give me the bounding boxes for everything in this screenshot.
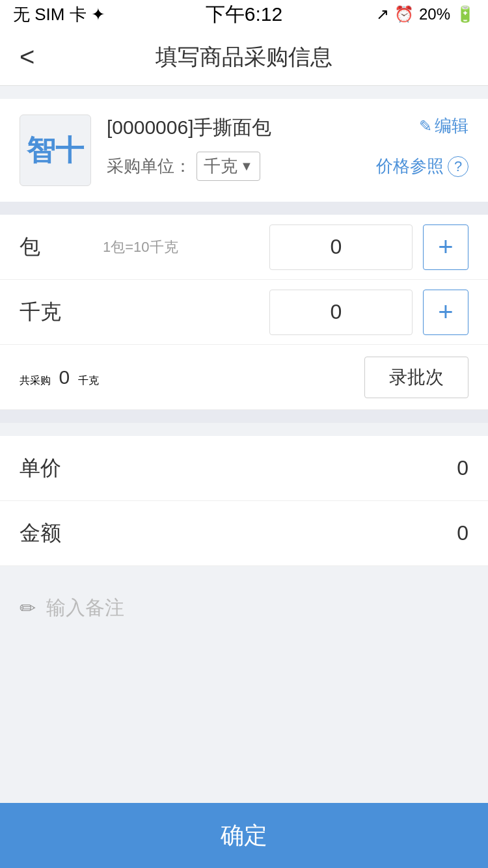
bao-label: 包 — [20, 233, 98, 262]
amount-value: 0 — [457, 521, 468, 545]
confirm-button[interactable]: 确定 — [0, 803, 488, 868]
separator-2 — [0, 410, 488, 423]
bao-plus-button[interactable]: + — [423, 224, 468, 270]
edit-icon: ✎ — [419, 117, 432, 135]
unit-label: 采购单位： 千克 ▼ — [107, 152, 260, 181]
nav-bar: < 填写商品采购信息 — [0, 29, 488, 86]
location-icon: ↗ — [376, 5, 389, 23]
total-amount: 0 — [59, 366, 70, 388]
product-image: 智十 — [20, 115, 91, 186]
battery-icon: 🔋 — [455, 5, 475, 23]
input-section: 包 1包=10千克 + 千克 + 共采购 0 — [0, 215, 488, 410]
amount-row: 金额 0 — [0, 501, 488, 566]
plus-icon-kg: + — [438, 297, 453, 327]
status-time: 下午6:12 — [206, 1, 282, 28]
back-button[interactable]: < — [20, 42, 34, 72]
unit-select-wrapper[interactable]: 千克 ▼ — [197, 152, 260, 181]
kg-row: 千克 + — [0, 280, 488, 345]
product-info-top: [0000006]手撕面包 ✎ 编辑 — [107, 115, 468, 141]
bao-input-right: + — [178, 224, 468, 270]
product-name: [0000006]手撕面包 — [107, 115, 271, 141]
battery-level: 20% — [419, 5, 450, 23]
total-unit: 千克 — [78, 375, 99, 386]
product-unit-row: 采购单位： 千克 ▼ 价格参照 ? — [107, 152, 468, 181]
product-info: [0000006]手撕面包 ✎ 编辑 采购单位： 千克 ▼ 价格参照 ? — [107, 115, 468, 181]
price-ref-link[interactable]: 价格参照 ? — [376, 155, 468, 178]
total-text: 共采购 0 千克 — [20, 366, 99, 388]
alarm-icon: ⏰ — [394, 5, 414, 23]
kg-input[interactable] — [269, 290, 413, 335]
unit-price-label: 单价 — [20, 454, 61, 483]
edit-label: 编辑 — [435, 115, 468, 137]
edit-link[interactable]: ✎ 编辑 — [419, 115, 468, 137]
unit-value: 千克 — [204, 155, 237, 178]
product-card: 智十 [0000006]手撕面包 ✎ 编辑 采购单位： 千克 ▼ — [0, 99, 488, 202]
confirm-button-label: 确定 — [221, 820, 267, 852]
unit-label-text: 采购单位： — [107, 155, 191, 178]
unit-price-row: 单价 0 — [0, 436, 488, 501]
price-ref-text: 价格参照 — [376, 155, 444, 178]
status-network: 无 SIM 卡 ✦ — [13, 3, 105, 26]
notes-section[interactable]: ✏ 输入备注 — [0, 579, 488, 637]
unit-price-value: 0 — [457, 456, 468, 480]
bao-row: 包 1包=10千克 + — [0, 215, 488, 280]
batch-button[interactable]: 录批次 — [364, 357, 468, 398]
kg-input-right: + — [98, 290, 468, 335]
pencil-icon: ✏ — [20, 597, 36, 619]
separator-1 — [0, 202, 488, 215]
amount-label: 金额 — [20, 519, 61, 548]
plus-icon: + — [438, 232, 453, 262]
status-bar: 无 SIM 卡 ✦ 下午6:12 ↗ ⏰ 20% 🔋 — [0, 0, 488, 29]
batch-button-label: 录批次 — [389, 365, 444, 390]
kg-label: 千克 — [20, 298, 98, 327]
bao-sublabel: 1包=10千克 — [103, 237, 178, 257]
kg-plus-button[interactable]: + — [423, 290, 468, 335]
page-title: 填写商品采购信息 — [156, 42, 332, 72]
help-icon: ? — [448, 156, 468, 177]
bao-input[interactable] — [269, 224, 413, 270]
chevron-down-icon: ▼ — [240, 159, 253, 174]
status-right-icons: ↗ ⏰ 20% 🔋 — [376, 5, 475, 23]
price-section: 单价 0 金额 0 — [0, 436, 488, 566]
product-image-logo: 智十 — [27, 131, 84, 170]
notes-placeholder: 输入备注 — [46, 595, 124, 621]
total-row: 共采购 0 千克 录批次 — [0, 345, 488, 410]
total-label: 共采购 — [20, 375, 51, 386]
